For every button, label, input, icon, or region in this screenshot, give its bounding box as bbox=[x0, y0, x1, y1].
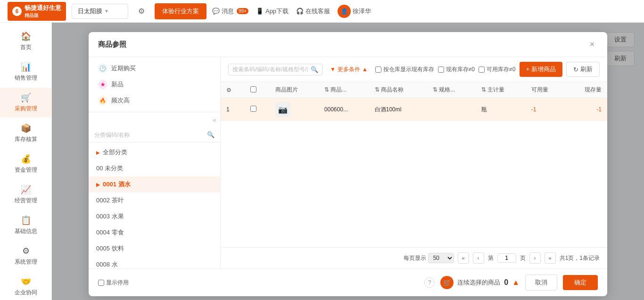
category-item-0001[interactable]: ▶ 0001 酒水 bbox=[89, 176, 220, 192]
sidebar-item-home[interactable]: 🏠 首页 bbox=[0, 26, 51, 56]
category-item-00[interactable]: 00 未分类 bbox=[89, 160, 220, 176]
category-item-0003[interactable]: 0003 水果 bbox=[89, 208, 220, 225]
dialog-title: 商品参照 bbox=[98, 40, 126, 49]
avatar: 👤 bbox=[338, 5, 351, 18]
sort-code-icon[interactable]: ⇅ bbox=[324, 86, 329, 93]
product-search-box: 🔍 bbox=[228, 64, 322, 75]
cart-count: 0 bbox=[504, 278, 508, 287]
col-settings: ⚙ bbox=[221, 82, 245, 98]
table-row[interactable]: 1 📷 bbox=[221, 98, 607, 121]
sort-spec-icon[interactable]: ⇅ bbox=[433, 86, 438, 93]
product-panel: 🔍 ▼ 更多条件 ▲ 按仓库显示现有库存 bbox=[221, 57, 607, 268]
col-checkbox bbox=[245, 82, 270, 98]
headset-icon: 🎧 bbox=[296, 8, 304, 15]
category-item-0005[interactable]: 0005 饮料 bbox=[89, 241, 220, 257]
sidebar: 🏠 首页 📊 销售管理 🛒 采购管理 📦 库存核算 💰 资金管理 📈 经营管理 … bbox=[0, 23, 52, 300]
available-stock-checkbox[interactable]: 现有库存≠0 bbox=[438, 66, 475, 74]
category-panel: 🕐 近期购买 ★ 新品 🔥 频次高 bbox=[89, 57, 221, 268]
warehouse-display-checkbox[interactable]: 按仓库显示现有库存 bbox=[375, 66, 434, 74]
pagination-bar: 每页显示 50 100 200 « ‹ 第 页 bbox=[221, 247, 607, 268]
sort-unit-icon[interactable]: ⇅ bbox=[481, 86, 486, 93]
confirm-btn[interactable]: 确定 bbox=[563, 275, 598, 290]
row-checkbox[interactable] bbox=[250, 106, 256, 112]
logo: 6 畅捷通好生意 精品版 bbox=[8, 2, 66, 21]
refresh-btn[interactable]: ↻ 刷新 bbox=[566, 62, 600, 77]
quick-link-recent[interactable]: 🕐 近期购买 bbox=[94, 61, 215, 76]
page-number-input[interactable] bbox=[497, 253, 516, 263]
system-icon: ⚙ bbox=[22, 246, 30, 256]
sidebar-item-sales[interactable]: 📊 销售管理 bbox=[0, 57, 51, 87]
sidebar-item-inventory[interactable]: 📦 库存核算 bbox=[0, 118, 51, 148]
page-size-select: 每页显示 50 100 200 bbox=[404, 253, 454, 263]
cell-stock: -1 bbox=[566, 98, 607, 121]
cancel-btn[interactable]: 取消 bbox=[525, 275, 557, 291]
last-page-btn[interactable]: » bbox=[545, 252, 556, 264]
show-disabled-checkbox[interactable]: 显示停用 bbox=[98, 279, 129, 287]
product-search-input[interactable] bbox=[232, 66, 308, 73]
usable-stock-checkbox[interactable]: 可用库存≠0 bbox=[479, 66, 515, 74]
logo-text: 畅捷通好生意 bbox=[25, 4, 61, 12]
sidebar-item-enterprise[interactable]: 🤝 企业协同 bbox=[0, 272, 51, 300]
next-page-btn[interactable]: › bbox=[529, 252, 541, 264]
prev-page-btn[interactable]: ‹ bbox=[473, 252, 484, 264]
col-stock: 现存量 bbox=[566, 82, 607, 98]
logo-sub: 精品版 bbox=[25, 12, 61, 19]
tenant-dropdown[interactable]: 日太阳膜 ▼ bbox=[72, 4, 128, 19]
warehouse-checkbox-input[interactable] bbox=[375, 67, 381, 73]
sidebar-item-system[interactable]: ⚙ 系统管理 bbox=[0, 241, 51, 271]
user-profile[interactable]: 👤 徐泽华 bbox=[338, 5, 371, 18]
settings-icon[interactable]: ⚙ bbox=[134, 4, 149, 19]
dialog-header: 商品参照 × bbox=[89, 32, 607, 57]
help-icon[interactable]: ? bbox=[424, 277, 435, 288]
message-icon: 💬 bbox=[212, 8, 220, 15]
filter-icon: ▼ bbox=[330, 66, 336, 73]
col-name: ⇅ 商品名称 bbox=[369, 82, 427, 98]
category-search-input[interactable] bbox=[94, 132, 204, 138]
category-item-0004[interactable]: 0004 零食 bbox=[89, 225, 220, 241]
select-all-checkbox[interactable] bbox=[250, 86, 256, 92]
logo-icon: 6 bbox=[12, 7, 22, 16]
messages-badge: 99+ bbox=[237, 8, 248, 14]
top-navigation: 6 畅捷通好生意 精品版 日太阳膜 ▼ ⚙ 体验行业方案 💬 消息 99+ 📱 … bbox=[0, 0, 644, 23]
first-page-btn[interactable]: « bbox=[458, 252, 469, 264]
sidebar-item-basic-info[interactable]: 📋 基础信息 bbox=[0, 210, 51, 240]
column-settings-icon[interactable]: ⚙ bbox=[226, 87, 231, 93]
sidebar-item-operations[interactable]: 📈 经营管理 bbox=[0, 180, 51, 209]
cart-info: 🛒 连续选择的商品 0 ▲ bbox=[440, 276, 520, 289]
phone-icon: 📱 bbox=[256, 8, 264, 15]
available-stock-input[interactable] bbox=[438, 67, 444, 73]
refresh-icon: ↻ bbox=[573, 66, 578, 73]
show-disabled-input[interactable] bbox=[98, 280, 104, 286]
category-search-box: 🔍 bbox=[89, 127, 220, 142]
usable-stock-input[interactable] bbox=[479, 67, 485, 73]
purchase-icon: 🛒 bbox=[21, 92, 31, 103]
online-service-nav-item[interactable]: 🎧 在线客服 bbox=[296, 7, 330, 16]
cart-fold-btn[interactable]: ▲ bbox=[512, 278, 520, 287]
expand-arrow-icon: ▶ bbox=[96, 150, 100, 155]
quick-link-frequent[interactable]: 🔥 频次高 bbox=[94, 93, 215, 108]
dialog-close-btn[interactable]: × bbox=[586, 39, 598, 50]
cell-checkbox bbox=[245, 98, 270, 121]
page-size-dropdown[interactable]: 50 100 200 bbox=[428, 253, 454, 263]
product-search-icon[interactable]: 🔍 bbox=[311, 66, 318, 73]
messages-nav-item[interactable]: 💬 消息 99+ bbox=[212, 7, 248, 16]
add-product-btn[interactable]: + 新增商品 bbox=[520, 62, 562, 77]
cell-img: 📷 bbox=[270, 98, 319, 121]
cart-icon: 🛒 bbox=[440, 276, 454, 289]
sidebar-item-finance[interactable]: 💰 资金管理 bbox=[0, 149, 51, 179]
app-download-nav-item[interactable]: 📱 App下载 bbox=[256, 7, 289, 16]
sidebar-item-purchase[interactable]: 🛒 采购管理 bbox=[0, 88, 51, 117]
experience-btn[interactable]: 体验行业方案 bbox=[155, 3, 206, 19]
quick-link-new[interactable]: ★ 新品 bbox=[94, 77, 215, 92]
category-item-0008[interactable]: 0008 水 bbox=[89, 257, 220, 268]
cell-unit: 瓶 bbox=[476, 98, 526, 121]
more-filter-btn[interactable]: ▼ 更多条件 ▲ bbox=[326, 64, 372, 75]
category-search-icon[interactable]: 🔍 bbox=[207, 131, 215, 138]
collapse-panel-btn[interactable]: « bbox=[89, 112, 220, 127]
category-item-all[interactable]: ▶ 全部分类 bbox=[89, 144, 220, 160]
category-item-0002[interactable]: 0002 茶叶 bbox=[89, 192, 220, 208]
toolbar-right: + 新增商品 ↻ 刷新 bbox=[520, 62, 600, 77]
content-area: 查询 设置 刷新 商品参照 × bbox=[52, 23, 644, 300]
sort-name-icon[interactable]: ⇅ bbox=[375, 86, 380, 93]
pagination-summary: 共1页，1条记录 bbox=[560, 254, 600, 262]
